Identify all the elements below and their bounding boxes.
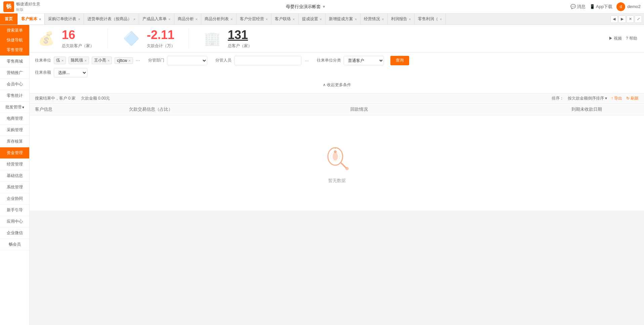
close-icon[interactable]: × xyxy=(196,17,198,21)
col-customer-info: 客户信息 xyxy=(35,106,129,112)
app-download-btn[interactable]: 📱 App下载 xyxy=(590,4,612,10)
remove-cjttcw-btn[interactable]: × xyxy=(128,59,130,63)
search-result-label: 搜索结果中，客户 xyxy=(35,96,67,101)
remove-chen-btn[interactable]: × xyxy=(84,59,86,63)
unit-type-label: 往来单位分类 xyxy=(317,58,341,63)
arrow-icon: ▾ xyxy=(22,105,24,110)
tab-product-analysis-list[interactable]: 商品分析列表 × xyxy=(201,13,236,25)
tab-boost-settings[interactable]: 提成设置 × xyxy=(299,13,326,25)
close-icon[interactable]: × xyxy=(78,17,80,21)
col-credit-info: 欠款交易信息（占比） xyxy=(129,106,350,112)
stats-actions: ▶ 视频 ? 帮助 xyxy=(609,36,637,41)
close-icon[interactable]: × xyxy=(293,17,295,21)
sidebar-search[interactable]: 搜索菜单 xyxy=(0,25,29,36)
filter-tag-wang: 王小亮 × xyxy=(92,57,112,64)
tab-new-boost[interactable]: 新增提成方案 × xyxy=(326,13,360,25)
nav-next-btn[interactable]: ▶ xyxy=(618,15,626,23)
balance-select[interactable]: 选择... xyxy=(54,68,87,77)
close-icon[interactable]: × xyxy=(230,17,232,21)
tab-purchase-order[interactable]: 采购订单统计表 × xyxy=(45,13,84,25)
remove-wang-btn[interactable]: × xyxy=(108,59,110,63)
remove-unit-type-btn[interactable]: × xyxy=(380,58,383,63)
sidebar-item-retail-mall[interactable]: 零售商城 xyxy=(0,56,29,67)
sidebar-item-enterprise-collab[interactable]: 企业协同 xyxy=(0,193,29,205)
sidebar-item-ecommerce[interactable]: 电商管理 xyxy=(0,113,29,124)
dropdown-icon[interactable]: ▾ xyxy=(323,4,325,9)
content-area: 💰 16 总欠款客户（家） 🔷 -2.11 欠款合计（万） 🏢 xyxy=(30,25,644,325)
sidebar-item-app-center[interactable]: 应用中心 xyxy=(0,216,29,227)
sidebar-item-new-guide[interactable]: 新手引导 xyxy=(0,205,29,216)
tab-business-status[interactable]: 经营情况 × xyxy=(360,13,387,25)
tab-customer-book[interactable]: 客户账本 × xyxy=(18,13,45,25)
video-btn[interactable]: ▶ 视频 xyxy=(609,36,622,41)
filter-row-2: 往来余额 选择... xyxy=(35,68,639,77)
close-icon[interactable]: × xyxy=(382,17,384,21)
unit-type-select[interactable]: 普通客户 xyxy=(344,56,384,65)
sidebar-item-basic-info[interactable]: 基础信息 xyxy=(0,170,29,182)
balance-label: 往来余额 xyxy=(35,70,51,75)
filter-row-1: 往来单位 伍 × 陈民强 × 王小亮 × cjttcw × ··· xyxy=(35,56,639,65)
sidebar-item-member[interactable]: 会员中心 xyxy=(0,79,29,90)
nav-tabs: 首页 客户账本 × 采购订单统计表 × 进货单统计表（按商品） × 产成品入库单… xyxy=(0,13,644,25)
close-icon[interactable]: × xyxy=(133,17,135,21)
nav-expand-btn[interactable]: ⤢ xyxy=(635,15,642,23)
total-customers-value: 131 xyxy=(228,28,252,42)
help-btn[interactable]: ? 帮助 xyxy=(626,36,637,41)
person-input[interactable] xyxy=(234,56,301,65)
unit-type-select-wrapper: 普通客户 xyxy=(344,56,384,65)
close-icon[interactable]: × xyxy=(355,17,357,21)
sidebar-item-retail-stats[interactable]: 零售统计 xyxy=(0,90,29,102)
sidebar-item-vip[interactable]: 畅会员 xyxy=(0,239,29,250)
customer-count: 0 xyxy=(68,96,71,101)
sidebar-item-system[interactable]: 系统管理 xyxy=(0,182,29,193)
tab-customer-segment[interactable]: 客户分层经营 × xyxy=(237,13,271,25)
collapse-btn[interactable]: ∧ 收起更多条件 xyxy=(320,81,354,88)
person-label: 分管人员 xyxy=(215,58,231,63)
dept-select-wrapper xyxy=(167,56,207,65)
tab-inbound-stats[interactable]: 进货单统计表（按商品） × xyxy=(84,13,139,25)
close-icon[interactable]: × xyxy=(440,17,442,21)
sidebar-item-capital[interactable]: 资金管理 xyxy=(0,147,29,159)
header-center: 母婴行业演示帐套 ▾ xyxy=(286,4,325,10)
message-icon: 💬 xyxy=(570,4,576,9)
close-icon[interactable]: × xyxy=(39,17,41,21)
debt-amount: 0.00元 xyxy=(98,96,110,101)
col-due-date: 到期未收款日期 xyxy=(571,106,639,112)
message-btn[interactable]: 💬 消息 xyxy=(570,4,586,10)
nav-prev-btn[interactable]: ◀ xyxy=(610,15,618,23)
sort-dropdown[interactable]: 按欠款金额倒序排序 ▾ xyxy=(568,96,607,101)
remove-wu-btn[interactable]: × xyxy=(61,59,63,63)
user-area[interactable]: d demo2 xyxy=(616,2,641,11)
filter-tag-wu: 伍 × xyxy=(54,57,66,64)
query-button[interactable]: 查询 xyxy=(390,56,409,65)
sidebar-item-inventory[interactable]: 库存核算 xyxy=(0,136,29,147)
sidebar-item-wholesale[interactable]: 批发管理 ▾ xyxy=(0,102,29,113)
sidebar-item-enterprise-wechat[interactable]: 企业微信 xyxy=(0,227,29,239)
tab-retail-profit[interactable]: 零售利润（ × xyxy=(415,13,445,25)
more-tags-btn[interactable]: ··· xyxy=(136,58,140,64)
header-right: 💬 消息 📱 App下载 d demo2 xyxy=(570,2,641,11)
sidebar-quick-nav[interactable]: 快捷导航 xyxy=(0,36,29,44)
top-header: 畅 畅捷通好生意 标版 母婴行业演示帐套 ▾ 💬 消息 📱 App下载 d de… xyxy=(0,0,644,13)
main-layout: 搜索菜单 快捷导航 零售管理 零售商城 营销推广 会员中心 零售统计 批发管理 … xyxy=(0,25,644,325)
sidebar-item-retail-mgmt[interactable]: 零售管理 xyxy=(0,44,29,56)
close-icon[interactable]: × xyxy=(266,17,268,21)
close-icon[interactable]: × xyxy=(409,17,411,21)
tab-product-inbound[interactable]: 产成品入库单 × xyxy=(139,13,174,25)
tab-customer-contact[interactable]: 客户联络 × xyxy=(271,13,298,25)
export-icon: ↑ xyxy=(611,96,613,101)
credit-amount-value: -2.11 xyxy=(147,28,175,42)
nav-close-all-btn[interactable]: ✕ xyxy=(627,15,634,23)
sidebar-item-marketing[interactable]: 营销推广 xyxy=(0,67,29,79)
tab-profit-report[interactable]: 利润报告 × xyxy=(388,13,415,25)
dept-select[interactable] xyxy=(167,56,207,65)
close-icon[interactable]: × xyxy=(168,17,170,21)
tab-home[interactable]: 首页 xyxy=(0,13,18,25)
tab-product-analysis[interactable]: 商品分析 × xyxy=(174,13,201,25)
refresh-btn[interactable]: ↻ 刷新 xyxy=(626,96,639,101)
export-btn[interactable]: ↑ 导出 xyxy=(611,96,622,101)
close-icon[interactable]: × xyxy=(320,17,322,21)
sidebar-item-operation[interactable]: 经营管理 xyxy=(0,159,29,170)
sort-arrow-icon: ▾ xyxy=(605,96,607,101)
sidebar-item-purchase[interactable]: 采购管理 xyxy=(0,124,29,136)
